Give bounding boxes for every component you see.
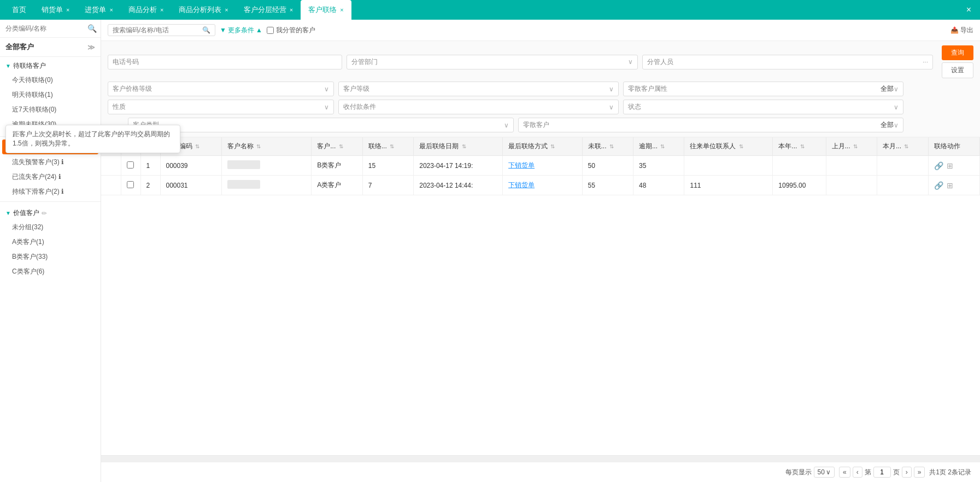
sidebar-item-churned[interactable]: 已流失客户(24) ℹ	[0, 170, 101, 184]
customer-type-label: 客户类型	[133, 120, 501, 130]
th-name[interactable]: 客户名称 ⇅	[222, 137, 312, 156]
link-icon-2[interactable]: 🔗	[934, 181, 943, 190]
link-last-method-2[interactable]: 下销货单	[508, 181, 535, 189]
total-records-label: 共1页 2条记录	[929, 468, 971, 477]
pending-contact-group-title[interactable]: ▼ 待联络客户	[0, 59, 101, 73]
sidebar-item-churn-warning[interactable]: 流失预警客户(3) ℹ	[0, 155, 101, 170]
retail-attr-down-icon: ∨	[894, 85, 899, 93]
value-customers-group-title[interactable]: ▼ 价值客户 ✏	[0, 206, 101, 220]
filter-retail-customer[interactable]: 零散客户 全部 ∨	[518, 118, 903, 132]
filter-icon: ▼	[220, 26, 226, 34]
td-this-month-1	[877, 156, 928, 176]
prev-page-button[interactable]: ‹	[853, 467, 862, 478]
my-customer-checkbox[interactable]	[267, 27, 274, 34]
grid-icon-1[interactable]: ⊞	[947, 161, 953, 170]
page-input[interactable]	[873, 467, 891, 478]
price-level-down-icon: ∨	[324, 85, 329, 93]
th-this-year[interactable]: 本年... ⇅	[773, 137, 826, 156]
close-icon-customer-contact[interactable]: ×	[340, 0, 343, 20]
edit-icon[interactable]: ✏	[42, 210, 47, 217]
nav-item-customer-contact[interactable]: 客户联络 ×	[301, 0, 351, 20]
filter-retail-attr[interactable]: 零散客户属性 全部 ∨	[623, 82, 903, 96]
sidebar-item-ungrouped[interactable]: 未分组(32)	[0, 220, 101, 235]
th-name-label: 客户名称	[227, 142, 254, 150]
filter-person[interactable]: 分管人员 ···	[642, 55, 933, 69]
query-button[interactable]: 查询	[942, 45, 973, 60]
filter-customer-type[interactable]: 客户类型 ∨	[128, 118, 513, 132]
next-page-button[interactable]: ›	[902, 467, 912, 478]
search-input[interactable]	[113, 26, 200, 34]
filter-gender[interactable]: 性质 ∨	[108, 100, 334, 114]
horizontal-scrollbar[interactable]	[101, 455, 980, 462]
th-last-date[interactable]: 最后联络日期 ⇅	[414, 137, 503, 156]
sidebar-item-a-class[interactable]: A类客户(1)	[0, 235, 101, 249]
my-customer-checkbox-area[interactable]: 我分管的客户	[267, 26, 315, 35]
grid-icon-2[interactable]: ⊞	[947, 181, 953, 190]
all-customers-title: 全部客户 ≫	[0, 38, 101, 57]
th-overdue[interactable]: 逾期... ⇅	[633, 137, 684, 156]
sidebar-collapse-icon[interactable]: ≫	[87, 43, 95, 51]
sidebar-item-7days[interactable]: 近7天待联络(0)	[0, 102, 101, 117]
sidebar-item-c-class[interactable]: C类客户(6)	[0, 264, 101, 279]
window-close-button[interactable]: ×	[962, 5, 976, 15]
export-button[interactable]: 📤 导出	[950, 26, 973, 35]
td-last-method-2[interactable]: 下销货单	[503, 176, 582, 195]
th-not-contacted[interactable]: 未联... ⇅	[582, 137, 633, 156]
close-icon-analysis[interactable]: ×	[160, 0, 163, 20]
th-last-month[interactable]: 上月... ⇅	[826, 137, 877, 156]
filter-customer-level[interactable]: 客户等级 ∨	[338, 82, 619, 96]
row2-checkbox[interactable]	[127, 181, 134, 188]
last-page-button[interactable]: »	[914, 467, 925, 478]
nav-item-analysis-list[interactable]: 商品分析列表 ×	[171, 0, 236, 20]
th-last-method[interactable]: 最后联络方式 ⇅	[503, 137, 582, 156]
nav-item-home[interactable]: 首页	[4, 0, 34, 20]
nav-item-analysis[interactable]: 商品分析 ×	[121, 0, 171, 20]
more-conditions-button[interactable]: ▼ 更多条件 ▲	[220, 26, 262, 35]
sidebar-item-declining[interactable]: 持续下滑客户(2) ℹ	[0, 184, 101, 199]
td-action-2: 🔗 ⊞	[928, 176, 980, 195]
tooltip-box: 距客户上次交易时长，超过了此客户的平均交易周期的1.5倍，则视为异常。	[5, 125, 180, 153]
td-this-month-2	[877, 176, 928, 195]
close-icon-purchase[interactable]: ×	[109, 0, 113, 20]
filter-status[interactable]: 状态 ∨	[623, 100, 903, 114]
sidebar-search-input[interactable]	[5, 25, 87, 32]
nav-item-sales[interactable]: 销货单 ×	[34, 0, 77, 20]
td-checkbox-1[interactable]	[121, 156, 140, 176]
close-icon-analysis-list[interactable]: ×	[225, 0, 228, 20]
row1-checkbox[interactable]	[127, 161, 134, 169]
nav-label-home: 首页	[12, 0, 26, 20]
customer-level-down-icon: ∨	[609, 85, 614, 93]
filter-phone[interactable]: 电话号码	[108, 55, 342, 69]
sidebar-item-tomorrow[interactable]: 明天待联络(1)	[0, 88, 101, 102]
per-page-selector: 每页显示 50 ∨	[785, 467, 835, 478]
link-icon-1[interactable]: 🔗	[934, 161, 943, 170]
filter-payment[interactable]: 收付款条件 ∨	[338, 100, 619, 114]
th-this-month-label: 本月...	[883, 142, 901, 150]
price-level-label: 客户价格等级	[113, 84, 322, 94]
export-icon: 📤	[950, 26, 959, 34]
th-contacts[interactable]: 联络... ⇅	[362, 137, 413, 156]
first-page-button[interactable]: «	[839, 467, 850, 478]
close-icon-sales[interactable]: ×	[66, 0, 69, 20]
th-contact-person[interactable]: 往来单位联系人 ⇅	[684, 137, 773, 156]
nav-item-customer-layer[interactable]: 客户分层经营 ×	[236, 0, 301, 20]
sidebar-item-today[interactable]: 今天待联络(0)	[0, 73, 101, 88]
nav-item-purchase[interactable]: 进货单 ×	[77, 0, 120, 20]
filter-dept[interactable]: 分管部门 ∨	[347, 55, 637, 69]
person-more-icon[interactable]: ···	[923, 58, 928, 66]
value-arrow-icon: ▼	[5, 210, 11, 216]
th-this-month[interactable]: 本月... ⇅	[877, 137, 928, 156]
main-layout: 🔍 全部客户 ≫ ▼ 待联络客户 今天待联络(0) 明天待联络(1) 近7天待联…	[0, 20, 980, 482]
close-icon-customer-layer[interactable]: ×	[290, 0, 293, 20]
sort-icon-last-method: ⇅	[550, 143, 555, 149]
per-page-select[interactable]: 50 ∨	[814, 467, 835, 478]
filter-search-icon[interactable]: 🔍	[202, 26, 210, 34]
td-checkbox-2[interactable]	[121, 176, 140, 195]
sidebar-item-b-class[interactable]: B类客户(33)	[0, 249, 101, 264]
td-last-method-1[interactable]: 下销货单	[503, 156, 582, 176]
th-level[interactable]: 客户... ⇅	[312, 137, 362, 156]
filter-price-level[interactable]: 客户价格等级 ∨	[108, 82, 334, 96]
settings-button[interactable]: 设置	[942, 62, 973, 78]
link-last-method-1[interactable]: 下销货单	[508, 161, 535, 169]
sidebar-search-icon[interactable]: 🔍	[87, 24, 97, 33]
